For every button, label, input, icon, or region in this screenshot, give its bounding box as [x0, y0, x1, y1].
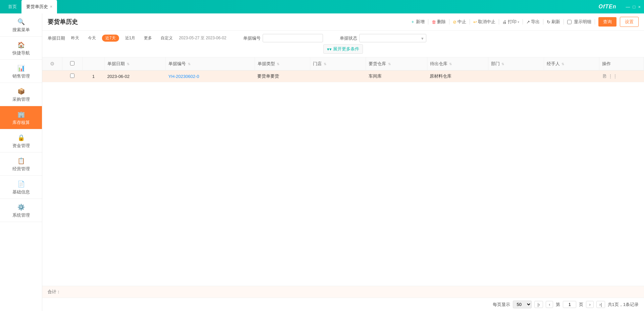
date-btn-7days[interactable]: 近7天: [102, 35, 119, 42]
delete-button[interactable]: 🗑 删除: [432, 19, 446, 25]
first-page-btn[interactable]: |‹: [534, 301, 543, 308]
col-type-sort-icon[interactable]: ⇅: [277, 62, 279, 66]
col-header-pendwh[interactable]: 待出仓库 ⇅: [427, 57, 488, 71]
stop-icon: ⊘: [453, 19, 457, 25]
display-detail-toggle[interactable]: 显示明细: [567, 19, 591, 25]
refresh-button[interactable]: ↻ 刷新: [547, 19, 560, 25]
col-date-sort-icon[interactable]: ⇅: [127, 62, 129, 66]
bill-status-filter-group: 单据状态: [340, 34, 426, 42]
col-handler-sort-icon[interactable]: ⇅: [561, 62, 564, 66]
date-btn-custom[interactable]: 自定义: [158, 35, 175, 42]
sidebar-item-inventory[interactable]: 🏢 库存核算: [0, 106, 42, 129]
window-close-btn[interactable]: ×: [638, 4, 641, 9]
bill-status-select[interactable]: [359, 34, 426, 42]
view-icon[interactable]: 🖹: [602, 74, 607, 79]
tab-home-label: 首页: [8, 4, 17, 10]
date-btn-yesterday[interactable]: 昨天: [68, 35, 82, 42]
row-date: 2023-06-02: [107, 74, 130, 79]
col-dept-sort-icon[interactable]: ⇅: [501, 62, 504, 66]
row-pendwh-cell: 原材料仓库: [427, 71, 488, 82]
row-reqwh: 车间库: [369, 74, 382, 79]
table-row[interactable]: 1 2023-06-02 YH-20230602-0 要货单要货: [42, 71, 644, 82]
display-detail-checkbox[interactable]: [567, 20, 572, 24]
divider-8: [595, 19, 595, 25]
sidebar-item-label-inventory: 库存核算: [12, 120, 30, 126]
window-min-btn[interactable]: —: [626, 4, 630, 9]
col-header-shop[interactable]: 门店 ⇅: [310, 57, 366, 71]
prev-page-btn[interactable]: ‹: [546, 301, 553, 308]
page-size-label: 每页显示: [493, 302, 510, 308]
sidebar-item-system[interactable]: ⚙️ 系统管理: [0, 199, 42, 222]
stop-button[interactable]: ⊘ 中止: [453, 19, 466, 25]
row-billno-cell[interactable]: YH-20230602-0: [166, 71, 255, 82]
row-check-cell[interactable]: [62, 71, 83, 82]
col-header-handler[interactable]: 经手人 ⇅: [544, 57, 599, 71]
col-gear-icon[interactable]: ⚙: [50, 61, 54, 66]
bill-date-label: 单据日期: [48, 35, 65, 41]
row-dept-cell: [488, 71, 544, 82]
last-page-btn[interactable]: ›|: [596, 301, 605, 308]
divider-3: [470, 19, 470, 25]
main-layout: 🔍 搜索菜单 🏠 快捷导航 📊 销售管理 📦 采购管理 🏢 库存核算 🔒 资金管…: [0, 13, 644, 311]
row-date-cell: 2023-06-02: [105, 71, 166, 82]
close-tab-icon[interactable]: ×: [50, 4, 52, 9]
date-btn-1month[interactable]: 近1月: [122, 35, 138, 42]
footer-sum: 合计：: [42, 286, 644, 298]
row-num: 1: [92, 74, 95, 79]
col-pendwh-sort-icon[interactable]: ⇅: [449, 62, 452, 66]
row-action-icons: 🖹 ⋮⋮: [602, 74, 641, 79]
bill-no-filter-group: 单据编号: [243, 34, 323, 42]
col-billno-sort-icon[interactable]: ⇅: [188, 62, 191, 66]
row-checkbox[interactable]: [70, 74, 74, 78]
date-btn-today[interactable]: 今天: [85, 35, 99, 42]
refresh-icon: ↻: [547, 19, 550, 25]
col-header-billno[interactable]: 单据编号 ⇅: [166, 57, 255, 71]
new-button[interactable]: ＋ 新增: [411, 19, 425, 25]
cancel-stop-button[interactable]: ↩ 取消中止: [473, 19, 495, 25]
more-icon[interactable]: ⋮⋮: [608, 74, 618, 79]
bill-no-input[interactable]: [263, 34, 323, 42]
col-header-dept[interactable]: 部门 ⇅: [488, 57, 544, 71]
tab-home[interactable]: 首页: [3, 0, 21, 13]
col-shop-label: 门店: [313, 61, 322, 66]
tab-bill-history[interactable]: 要货单历史 ×: [21, 0, 57, 13]
export-button[interactable]: ↗ 导出: [526, 19, 540, 25]
expand-more-btn[interactable]: ▾▾ 展开更多条件: [323, 44, 363, 54]
settings-button[interactable]: 设置: [620, 17, 639, 27]
col-shop-sort-icon[interactable]: ⇅: [324, 62, 326, 66]
query-button[interactable]: 查询: [598, 17, 616, 27]
display-detail-label: 显示明细: [574, 19, 591, 25]
col-header-date[interactable]: 单据日期 ⇅: [105, 57, 166, 71]
table-header: ⚙ 单据日期 ⇅ 单据编号 ⇅: [42, 57, 644, 71]
cancel-stop-label: 取消中止: [478, 19, 495, 25]
pagination: 每页显示 50 100 200 |‹ ‹ 第 页 › ›| 共1页，1条记录: [42, 298, 644, 311]
page-size-select[interactable]: 50 100 200: [513, 301, 532, 308]
bill-no-label: 单据编号: [243, 35, 261, 41]
sidebar-item-search-menu[interactable]: 🔍 搜索菜单: [0, 13, 42, 37]
next-page-btn[interactable]: ›: [586, 301, 593, 308]
col-header-settings[interactable]: ⚙: [42, 57, 62, 71]
col-header-type[interactable]: 单据类型 ⇅: [255, 57, 310, 71]
page-header: 要货单历史 ＋ 新增 🗑 删除 ⊘ 中止 ↩: [42, 13, 644, 31]
window-max-btn[interactable]: □: [633, 4, 636, 9]
col-header-reqwh[interactable]: 要货仓库 ⇅: [366, 57, 427, 71]
sidebar-item-quick-nav[interactable]: 🏠 快捷导航: [0, 37, 42, 60]
select-all-checkbox[interactable]: [70, 61, 74, 65]
sidebar-item-sales[interactable]: 📊 销售管理: [0, 60, 42, 83]
sidebar-item-basic[interactable]: 📄 基础信息: [0, 176, 42, 199]
sidebar-item-purchase[interactable]: 📦 采购管理: [0, 83, 42, 106]
sidebar-item-label-purchase: 采购管理: [12, 96, 30, 102]
col-dept-label: 部门: [491, 61, 500, 66]
col-type-label: 单据类型: [258, 61, 275, 66]
col-header-check[interactable]: [62, 57, 83, 71]
col-reqwh-sort-icon[interactable]: ⇅: [388, 62, 391, 66]
print-icon: 🖨: [502, 19, 507, 25]
quick-nav-icon: 🏠: [17, 41, 25, 49]
date-btn-more[interactable]: 更多: [141, 35, 155, 42]
sidebar-item-finance[interactable]: 🔒 资金管理: [0, 129, 42, 152]
row-billno-link[interactable]: YH-20230602-0: [168, 74, 199, 79]
sidebar-item-operation[interactable]: 📋 经营管理: [0, 152, 42, 176]
page-number-input[interactable]: [563, 301, 576, 308]
col-header-ops: 操作: [599, 57, 644, 71]
print-button[interactable]: 🖨 打印 ▾: [502, 19, 519, 25]
